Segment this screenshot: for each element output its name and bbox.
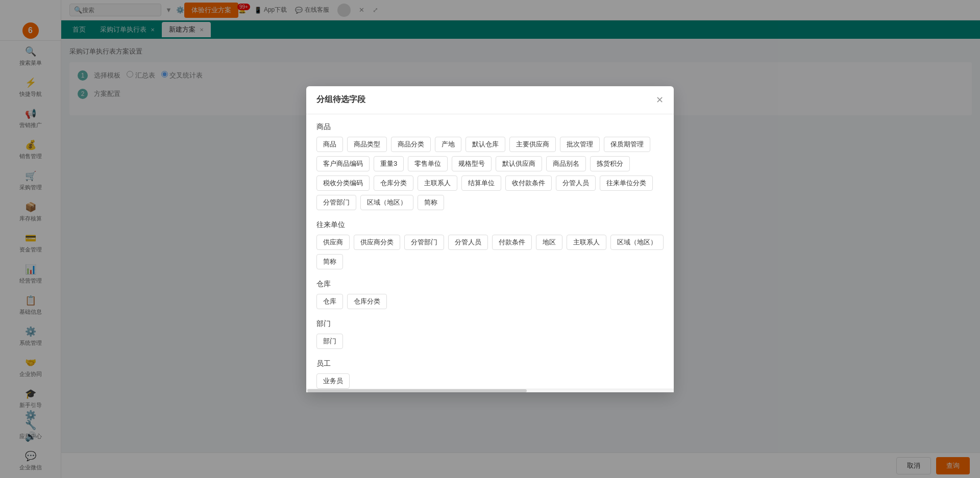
field-tag-employee-0[interactable]: 业务员 [316, 373, 350, 389]
dialog-header: 分组待选字段 ✕ [306, 86, 674, 114]
field-tag-goods-14[interactable]: 拣货积分 [590, 156, 630, 171]
dialog-horizontal-scrollbar[interactable] [306, 389, 674, 392]
field-tag-goods-20[interactable]: 分管人员 [556, 175, 596, 191]
field-tag-goods-10[interactable]: 零售单位 [408, 156, 448, 171]
section-partner: 往来单位供应商供应商分类分管部门分管人员付款条件地区主联系人区域（地区）简称 [316, 220, 664, 269]
field-tag-goods-3[interactable]: 产地 [435, 137, 461, 152]
field-tag-warehouse-1[interactable]: 仓库分类 [347, 294, 387, 309]
field-tag-goods-23[interactable]: 区域（地区） [360, 195, 413, 210]
dialog-hscroll-thumb [307, 389, 527, 392]
dialog-body[interactable]: 商品商品商品类型商品分类产地默认仓库主要供应商批次管理保质期管理客户商品编码重量… [306, 114, 674, 389]
field-tag-goods-7[interactable]: 保质期管理 [604, 137, 650, 152]
field-tag-partner-8[interactable]: 简称 [316, 254, 343, 269]
dialog-overlay: 分组待选字段 ✕ 商品商品商品类型商品分类产地默认仓库主要供应商批次管理保质期管… [0, 0, 980, 478]
field-tag-partner-7[interactable]: 区域（地区） [610, 235, 664, 250]
dialog-title: 分组待选字段 [316, 94, 365, 105]
field-tag-goods-2[interactable]: 商品分类 [391, 137, 431, 152]
field-tag-partner-2[interactable]: 分管部门 [404, 235, 444, 250]
section-title-partner: 往来单位 [316, 220, 664, 230]
field-tag-goods-17[interactable]: 主联系人 [418, 175, 457, 191]
field-tag-goods-21[interactable]: 往来单位分类 [600, 175, 653, 191]
section-fields-partner: 供应商供应商分类分管部门分管人员付款条件地区主联系人区域（地区）简称 [316, 235, 664, 269]
field-tag-goods-6[interactable]: 批次管理 [560, 137, 600, 152]
section-fields-goods: 商品商品类型商品分类产地默认仓库主要供应商批次管理保质期管理客户商品编码重量3零… [316, 137, 664, 210]
field-tag-partner-6[interactable]: 主联系人 [567, 235, 606, 250]
section-title-employee: 员工 [316, 359, 664, 368]
section-title-department: 部门 [316, 319, 664, 329]
field-tag-goods-19[interactable]: 收付款条件 [505, 175, 552, 191]
field-tag-goods-22[interactable]: 分管部门 [316, 195, 356, 210]
field-tag-department-0[interactable]: 部门 [316, 334, 343, 349]
section-employee: 员工业务员 [316, 359, 664, 389]
section-goods: 商品商品商品类型商品分类产地默认仓库主要供应商批次管理保质期管理客户商品编码重量… [316, 122, 664, 210]
field-tag-goods-12[interactable]: 默认供应商 [496, 156, 542, 171]
field-tag-goods-9[interactable]: 重量3 [374, 156, 404, 171]
section-fields-department: 部门 [316, 334, 664, 349]
section-warehouse: 仓库仓库仓库分类 [316, 280, 664, 309]
field-tag-warehouse-0[interactable]: 仓库 [316, 294, 343, 309]
section-fields-employee: 业务员 [316, 373, 664, 389]
section-fields-warehouse: 仓库仓库分类 [316, 294, 664, 309]
field-tag-partner-0[interactable]: 供应商 [316, 235, 350, 250]
section-title-warehouse: 仓库 [316, 280, 664, 289]
field-tag-goods-18[interactable]: 结算单位 [461, 175, 501, 191]
field-tag-goods-15[interactable]: 税收分类编码 [316, 175, 370, 191]
dialog-close-button[interactable]: ✕ [656, 94, 664, 106]
field-tag-partner-5[interactable]: 地区 [536, 235, 562, 250]
dialog: 分组待选字段 ✕ 商品商品商品类型商品分类产地默认仓库主要供应商批次管理保质期管… [306, 86, 674, 392]
field-tag-goods-16[interactable]: 仓库分类 [374, 175, 413, 191]
field-tag-goods-11[interactable]: 规格型号 [452, 156, 492, 171]
field-tag-partner-3[interactable]: 分管人员 [448, 235, 488, 250]
section-department: 部门部门 [316, 319, 664, 349]
field-tag-partner-4[interactable]: 付款条件 [492, 235, 532, 250]
field-tag-goods-0[interactable]: 商品 [316, 137, 343, 152]
field-tag-goods-1[interactable]: 商品类型 [347, 137, 387, 152]
field-tag-goods-24[interactable]: 简称 [418, 195, 444, 210]
field-tag-goods-4[interactable]: 默认仓库 [465, 137, 505, 152]
field-tag-goods-5[interactable]: 主要供应商 [509, 137, 556, 152]
field-tag-partner-1[interactable]: 供应商分类 [354, 235, 400, 250]
field-tag-goods-8[interactable]: 客户商品编码 [316, 156, 370, 171]
section-title-goods: 商品 [316, 122, 664, 132]
field-tag-goods-13[interactable]: 商品别名 [546, 156, 586, 171]
